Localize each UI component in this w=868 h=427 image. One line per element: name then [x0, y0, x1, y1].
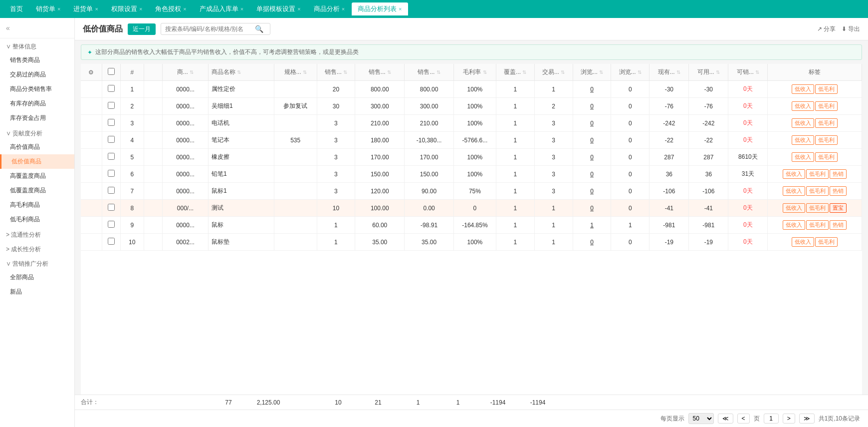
- nav-sales-order[interactable]: 销货单 ×: [30, 2, 66, 15]
- select-all-checkbox[interactable]: [108, 68, 115, 75]
- name-cell: 测试: [209, 200, 274, 217]
- row-checkbox[interactable]: [108, 238, 115, 245]
- sidebar-item-high-coverage[interactable]: 高覆盖度商品: [0, 169, 74, 183]
- browse1-link[interactable]: 0: [590, 86, 594, 93]
- days-cell: 0天: [728, 234, 768, 251]
- browse1-link[interactable]: 0: [590, 239, 594, 246]
- sidebar-item-inventory-capital[interactable]: 库存资金占用: [0, 111, 74, 125]
- data-table-container[interactable]: ⚙ # 商... ⇅ 商品名称 ⇅ 规格... ⇅ 销售... ⇅ 销售... …: [81, 64, 862, 395]
- code-col-header[interactable]: 商... ⇅: [162, 64, 208, 81]
- browse1-link[interactable]: 0: [590, 154, 594, 161]
- row-checkbox[interactable]: [108, 187, 115, 194]
- row-checkbox[interactable]: [108, 136, 115, 143]
- browse1-link[interactable]: 0: [590, 137, 594, 144]
- sidebar-group-circulation[interactable]: > 流通性分析: [0, 227, 74, 241]
- close-icon[interactable]: ×: [139, 6, 142, 12]
- nav-product-warehouse[interactable]: 产成品入库单 ×: [194, 2, 249, 15]
- tag-cell: 低收入低毛利热销: [768, 217, 862, 234]
- page-size-select[interactable]: 50 100 200: [688, 413, 714, 424]
- table-row: 7 0000... 鼠标1 3 120.00 90.00 75% 1 3 0 0…: [81, 183, 862, 200]
- browse1-link[interactable]: 0: [590, 120, 594, 127]
- nav-permissions[interactable]: 权限设置 ×: [105, 2, 148, 15]
- row-checkbox[interactable]: [108, 204, 115, 211]
- export-button[interactable]: ⬇ 导出: [842, 25, 860, 33]
- close-icon[interactable]: ×: [95, 6, 98, 12]
- row-checkbox[interactable]: [108, 102, 115, 109]
- current-page-input[interactable]: [764, 414, 779, 424]
- nav-role-auth[interactable]: 角色授权 ×: [149, 2, 192, 15]
- next-page-button[interactable]: >: [783, 414, 795, 424]
- sales-avg-cell: 35.00: [405, 234, 454, 251]
- row-check-cell: [144, 183, 162, 200]
- close-icon[interactable]: ×: [183, 6, 186, 12]
- prev-page-button[interactable]: <: [737, 414, 750, 424]
- sidebar-group-growth[interactable]: > 成长性分析: [0, 241, 74, 256]
- sidebar-group-overall[interactable]: ∨ 整体信息: [0, 38, 74, 53]
- row-checkbox[interactable]: [108, 221, 115, 228]
- sidebar-item-traded-products[interactable]: 交易过的商品: [0, 67, 74, 82]
- close-icon[interactable]: ×: [240, 6, 243, 12]
- sidebar-item-sales-products[interactable]: 销售类商品: [0, 53, 74, 67]
- sidebar-item-low-profit[interactable]: 低毛利商品: [0, 212, 74, 227]
- browse2-cell: 0: [611, 166, 650, 183]
- browse1-link[interactable]: 0: [590, 205, 594, 212]
- sidebar-item-high-value[interactable]: 高价值商品: [0, 140, 74, 154]
- search-icon[interactable]: 🔍: [255, 25, 263, 33]
- sidebar-item-high-profit[interactable]: 高毛利商品: [0, 198, 74, 212]
- table-row: 2 0000... 吴细细1 参加复试 30 300.00 300.00 100…: [81, 98, 862, 115]
- select-checkbox-cell: [102, 200, 120, 217]
- sidebar-item-category-sales-rate[interactable]: 商品分类销售率: [0, 82, 74, 96]
- gross-rate-col-header[interactable]: 毛利率 ⇅: [454, 64, 496, 81]
- nav-home[interactable]: 首页: [4, 2, 29, 15]
- row-checkbox[interactable]: [108, 170, 115, 177]
- browse1-link[interactable]: 0: [590, 103, 594, 110]
- nav-product-analysis-list[interactable]: 商品分析列表 ×: [352, 2, 408, 15]
- tag-badge: 低毛利: [806, 169, 829, 179]
- sales-avg-col-header[interactable]: 销售... ⇅: [405, 64, 454, 81]
- close-icon[interactable]: ×: [399, 6, 402, 12]
- first-page-button[interactable]: ≪: [718, 414, 733, 424]
- stock-col-header[interactable]: 现有... ⇅: [650, 64, 689, 81]
- browse1-link[interactable]: 0: [590, 188, 594, 195]
- avail-col-header[interactable]: 可用... ⇅: [689, 64, 728, 81]
- trade-col-header[interactable]: 交易... ⇅: [534, 64, 573, 81]
- sales-qty-cell: 3: [317, 149, 355, 166]
- browse1-col-header[interactable]: 浏览... ⇅: [573, 64, 611, 81]
- tag-cell: 低收入低毛利: [768, 81, 862, 98]
- sidebar-item-low-value[interactable]: 低价值商品: [0, 154, 74, 169]
- footer-total-bar: 合计： 77 2,125.00 10 21 1 1 -1194 -1194: [75, 395, 868, 410]
- browse1-link[interactable]: 1: [590, 222, 594, 229]
- close-icon[interactable]: ×: [297, 6, 300, 12]
- browse2-cell: 0: [611, 149, 650, 166]
- sidebar-collapse-btn[interactable]: «: [3, 20, 13, 36]
- sidebar-group-contribution[interactable]: ∨ 贡献度分析: [0, 125, 74, 140]
- browse1-link[interactable]: 0: [590, 171, 594, 178]
- gross-rate-cell: 100%: [454, 98, 496, 115]
- nav-product-analysis[interactable]: 商品分析 ×: [308, 2, 351, 15]
- nav-template-settings[interactable]: 单据模板设置 ×: [250, 2, 306, 15]
- sidebar-item-inventory-products[interactable]: 有库存的商品: [0, 96, 74, 111]
- close-icon[interactable]: ×: [342, 6, 345, 12]
- spec-col-header[interactable]: 规格... ⇅: [274, 64, 317, 81]
- row-checkbox[interactable]: [108, 153, 115, 160]
- browse2-col-header[interactable]: 浏览... ⇅: [611, 64, 650, 81]
- settings-col-header[interactable]: ⚙: [81, 64, 102, 81]
- sidebar-item-low-coverage[interactable]: 低覆盖度商品: [0, 183, 74, 198]
- saleable-col-header[interactable]: 可销... ⇅: [728, 64, 768, 81]
- time-filter-button[interactable]: 近一月: [128, 23, 156, 35]
- last-page-button[interactable]: ≫: [799, 414, 815, 424]
- share-button[interactable]: ↗ 分享: [817, 25, 836, 33]
- name-col-header[interactable]: 商品名称 ⇅: [209, 64, 274, 81]
- sales-amt-col-header[interactable]: 销售... ⇅: [355, 64, 405, 81]
- sidebar-item-all-products[interactable]: 全部商品: [0, 270, 74, 285]
- close-icon[interactable]: ×: [57, 6, 60, 12]
- sales-qty-col-header[interactable]: 销售... ⇅: [317, 64, 355, 81]
- sidebar-group-marketing[interactable]: ∨ 营销推广分析: [0, 256, 74, 270]
- row-checkbox[interactable]: [108, 119, 115, 126]
- search-input[interactable]: [165, 25, 255, 32]
- nav-purchase-order[interactable]: 进货单 ×: [67, 2, 104, 15]
- row-check-cell: [144, 81, 162, 98]
- coverage-col-header[interactable]: 覆盖... ⇅: [496, 64, 534, 81]
- sidebar-item-new-products[interactable]: 新品: [0, 285, 74, 299]
- row-checkbox[interactable]: [108, 85, 115, 92]
